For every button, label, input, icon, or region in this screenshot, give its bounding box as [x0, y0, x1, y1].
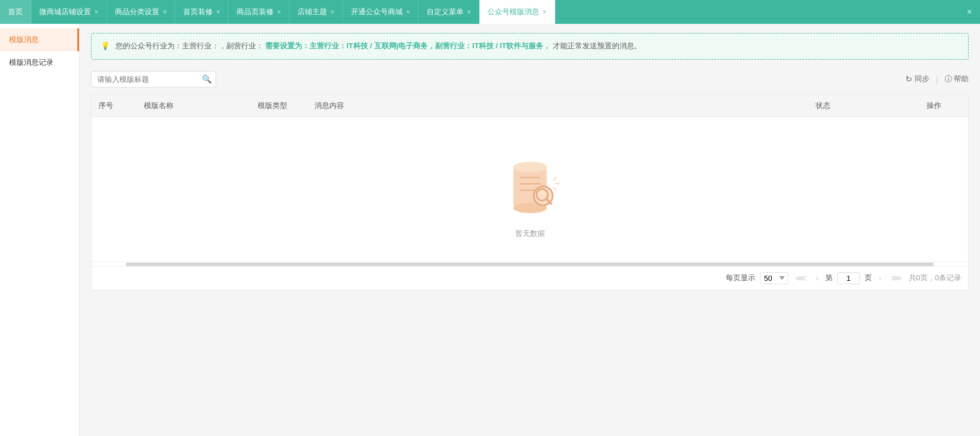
- close-tab-shop-settings[interactable]: ×: [94, 8, 98, 16]
- empty-text: 暂无数据: [515, 229, 545, 239]
- close-tab-category-settings[interactable]: ×: [163, 8, 167, 16]
- layout: 模版消息模版消息记录 💡 您的公众号行业为：主营行业：，副营行业： 需要设置为：…: [0, 24, 980, 436]
- last-page-button[interactable]: ⋙: [888, 272, 904, 284]
- close-all-button[interactable]: ×: [959, 7, 980, 17]
- page-unit: 页: [865, 273, 872, 283]
- notice-prefix: 您的公众号行业为：主营行业：，副营行业：: [115, 41, 263, 50]
- notice-suffix: 才能正常发送预置的消息。: [553, 41, 642, 50]
- col-type: 模版类型: [251, 95, 308, 117]
- nav-tab-product-decoration[interactable]: 商品页装修×: [229, 0, 290, 24]
- svg-line-12: [553, 187, 556, 190]
- sync-label: 同步: [915, 74, 929, 84]
- horizontal-scrollbar[interactable]: [92, 261, 968, 266]
- nav-tab-home[interactable]: 首页: [0, 0, 31, 24]
- search-bar: 🔍 ↻ 同步 | ⓘ 帮助: [91, 71, 969, 88]
- nav-tab-template-msg[interactable]: 公众号模版消息×: [479, 0, 555, 24]
- page-size-label: 每页显示: [726, 273, 755, 283]
- page-label: 第: [825, 273, 833, 283]
- search-input-wrap: 🔍: [91, 71, 216, 88]
- table-header: 序号 模版名称 模版类型 消息内容 状态 操作: [92, 95, 968, 117]
- table-wrap: 序号 模版名称 模版类型 消息内容 状态 操作: [91, 94, 969, 290]
- toolbar-right: ↻ 同步 | ⓘ 帮助: [905, 74, 969, 84]
- nav-tab-shop-settings[interactable]: 微商城店铺设置×: [31, 0, 107, 24]
- close-tab-store-theme[interactable]: ×: [330, 8, 334, 16]
- close-tab-product-decoration[interactable]: ×: [277, 8, 281, 16]
- page-input[interactable]: [837, 272, 860, 284]
- page-size-select[interactable]: 50 10 20 100: [760, 272, 788, 284]
- sync-button[interactable]: ↻ 同步: [905, 74, 929, 84]
- sidebar: 模版消息模版消息记录: [0, 24, 80, 436]
- search-input[interactable]: [91, 71, 216, 88]
- next-page-button[interactable]: ›: [876, 272, 884, 284]
- nav-tab-category-settings[interactable]: 商品分类设置×: [107, 0, 175, 24]
- top-nav: 首页微商城店铺设置×商品分类设置×首页装修×商品页装修×店铺主题×开通公众号商城…: [0, 0, 980, 24]
- col-name: 模版名称: [137, 95, 251, 117]
- col-content: 消息内容: [308, 95, 809, 117]
- notice-banner: 💡 您的公众号行业为：主营行业：，副营行业： 需要设置为：主营行业：IT科技 /…: [91, 33, 969, 60]
- col-seq: 序号: [92, 95, 137, 117]
- main-content: 💡 您的公众号行业为：主营行业：，副营行业： 需要设置为：主营行业：IT科技 /…: [80, 24, 980, 436]
- sidebar-item-template-msg[interactable]: 模版消息: [0, 28, 79, 51]
- close-tab-home-decoration[interactable]: ×: [216, 8, 220, 16]
- close-tab-template-msg[interactable]: ×: [543, 8, 547, 16]
- nav-tab-open-mall[interactable]: 开通公众号商城×: [343, 0, 419, 24]
- toolbar-divider: |: [936, 75, 938, 84]
- col-status: 状态: [809, 95, 900, 117]
- help-label: 帮助: [954, 74, 969, 84]
- svg-point-2: [513, 161, 547, 172]
- help-icon: ⓘ: [945, 74, 952, 84]
- close-tab-custom-menu[interactable]: ×: [467, 8, 471, 16]
- col-action: 操作: [900, 95, 968, 117]
- total-info: 共0页，0条记录: [909, 273, 961, 283]
- first-page-button[interactable]: ⋘: [793, 272, 809, 284]
- empty-state: 暂无数据: [92, 117, 968, 261]
- notice-icon: 💡: [101, 41, 110, 50]
- help-button[interactable]: ⓘ 帮助: [945, 74, 969, 84]
- sync-icon: ↻: [905, 74, 912, 84]
- close-tab-open-mall[interactable]: ×: [406, 8, 410, 16]
- nav-tab-custom-menu[interactable]: 自定义菜单×: [419, 0, 479, 24]
- prev-page-button[interactable]: ‹: [813, 272, 821, 284]
- pagination: 每页显示 50 10 20 100 ⋘ ‹ 第 页 › ⋙ 共0页，0条记录: [92, 266, 968, 290]
- search-button[interactable]: 🔍: [202, 74, 212, 84]
- empty-illustration: [496, 151, 564, 219]
- svg-line-10: [553, 177, 556, 180]
- nav-tab-home-decoration[interactable]: 首页装修×: [175, 0, 229, 24]
- sidebar-item-template-msg-records[interactable]: 模版消息记录: [0, 51, 79, 74]
- nav-tab-store-theme[interactable]: 店铺主题×: [290, 0, 343, 24]
- notice-highlight: 需要设置为：主营行业：IT科技 / 互联网|电子商务，副营行业：IT科技 / I…: [265, 41, 551, 50]
- scrollbar-track: [126, 263, 934, 266]
